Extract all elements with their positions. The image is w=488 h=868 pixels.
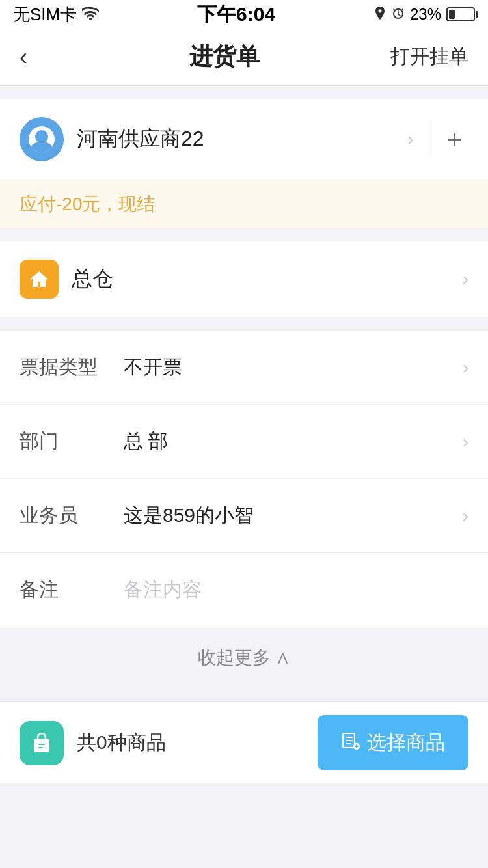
- footer-bar: 共0种商品 选择商品: [0, 701, 488, 783]
- collapse-label: 收起更多 ∧: [198, 645, 291, 670]
- bottom-fill: [0, 783, 488, 868]
- supplier-row[interactable]: 河南供应商22 › +: [0, 99, 488, 180]
- department-chevron-icon: ›: [463, 431, 468, 452]
- salesperson-label: 业务员: [20, 502, 124, 529]
- status-right: 23%: [373, 5, 475, 23]
- department-row[interactable]: 部门 总 部 ›: [0, 404, 488, 478]
- salesperson-value: 这是859的小智: [124, 502, 456, 529]
- supplier-chevron-icon: ›: [407, 129, 413, 150]
- supplier-avatar: [20, 117, 64, 161]
- warehouse-section: 总仓 ›: [0, 241, 488, 317]
- invoice-type-value: 不开票: [124, 354, 456, 381]
- status-left: 无SIM卡: [13, 3, 99, 26]
- notice-row: 应付-20元，现结: [0, 180, 488, 228]
- time-label: 下午6:04: [197, 1, 275, 28]
- remark-label: 备注: [20, 576, 124, 603]
- warehouse-chevron-icon: ›: [463, 269, 468, 290]
- svg-rect-1: [34, 739, 49, 752]
- vertical-divider: [427, 120, 427, 159]
- add-supplier-button[interactable]: +: [441, 118, 468, 161]
- notice-text: 应付-20元，现结: [20, 194, 155, 214]
- select-product-button[interactable]: 选择商品: [318, 715, 468, 770]
- carrier-label: 无SIM卡: [13, 3, 77, 26]
- select-product-label: 选择商品: [367, 729, 445, 756]
- gap2: [0, 228, 488, 241]
- nav-bar: ‹ 进货单 打开挂单: [0, 29, 488, 86]
- product-count-label: 共0种商品: [77, 729, 318, 756]
- collapse-row[interactable]: 收起更多 ∧: [0, 627, 488, 688]
- back-button[interactable]: ‹: [20, 44, 59, 71]
- product-bag-icon: [20, 721, 64, 765]
- invoice-type-row[interactable]: 票据类型 不开票 ›: [0, 330, 488, 404]
- remark-placeholder: 备注内容: [124, 576, 468, 603]
- form-section: 票据类型 不开票 › 部门 总 部 › 业务员 这是859的小智 › 备注 备注…: [0, 330, 488, 627]
- gap1: [0, 86, 488, 99]
- invoice-type-label: 票据类型: [20, 354, 124, 381]
- wifi-icon: [82, 5, 99, 25]
- salesperson-chevron-icon: ›: [463, 506, 468, 526]
- remark-row[interactable]: 备注 备注内容: [0, 552, 488, 627]
- open-pending-button[interactable]: 打开挂单: [390, 44, 468, 70]
- supplier-section: 河南供应商22 › + 应付-20元，现结: [0, 99, 488, 228]
- status-bar: 无SIM卡 下午6:04 23%: [0, 0, 488, 29]
- supplier-name: 河南供应商22: [77, 125, 401, 154]
- department-label: 部门: [20, 428, 124, 455]
- battery-icon: [446, 7, 475, 21]
- warehouse-name: 总仓: [72, 265, 456, 293]
- select-product-icon: [341, 731, 360, 755]
- page-title: 进货单: [189, 41, 260, 73]
- alarm-icon: [392, 5, 405, 23]
- salesperson-row[interactable]: 业务员 这是859的小智 ›: [0, 478, 488, 552]
- invoice-type-chevron-icon: ›: [463, 357, 468, 378]
- warehouse-icon: [20, 260, 59, 299]
- battery-percentage: 23%: [410, 5, 441, 23]
- gap3: [0, 317, 488, 330]
- location-icon: [373, 5, 386, 23]
- warehouse-row[interactable]: 总仓 ›: [0, 241, 488, 317]
- department-value: 总 部: [124, 428, 456, 455]
